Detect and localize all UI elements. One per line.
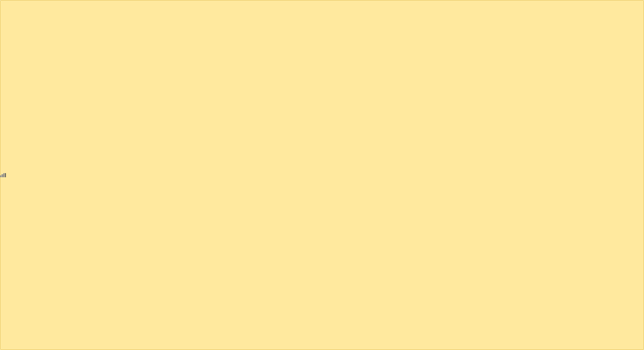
metrics-table: Выберите цель Интервал дат визита ▼ ?Виз… bbox=[0, 250, 581, 322]
column-controls-row: %%% bbox=[0, 281, 581, 295]
metrica-traffic-page: Посещаемость 41,6 % визитов из 109 062 С… bbox=[0, 0, 581, 322]
table-head: Выберите цель Интервал дат визита ▼ ?Виз… bbox=[0, 250, 581, 309]
bar-chart-icon[interactable] bbox=[0, 0, 644, 350]
column-controls bbox=[548, 281, 576, 295]
